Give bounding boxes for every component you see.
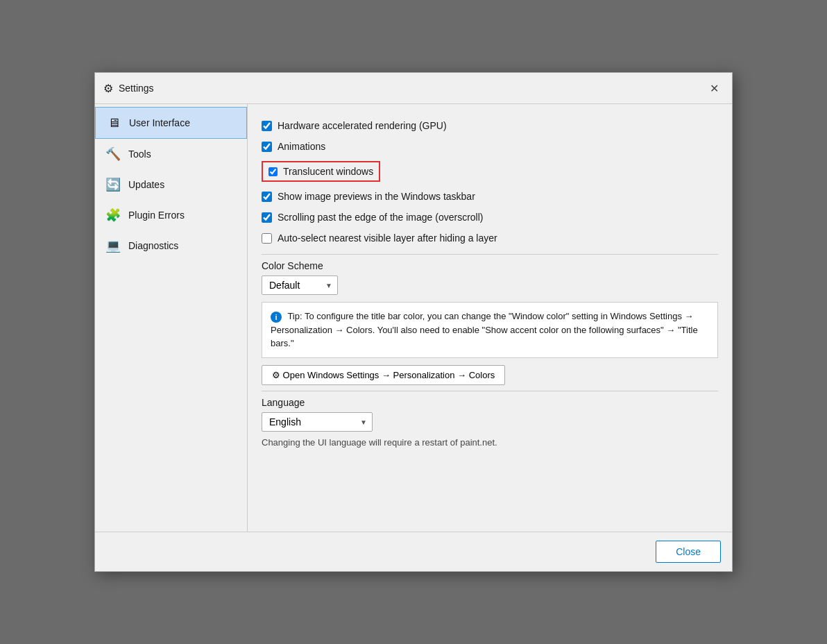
info-icon: i <box>271 312 282 323</box>
dialog-body: 🖥 User Interface 🔨 Tools 🔄 Updates 🧩 Plu… <box>95 104 732 532</box>
sidebar-label-user-interface: User Interface <box>129 117 190 128</box>
user-interface-icon: 🖥 <box>105 115 122 131</box>
dialog-title: Settings <box>119 83 154 94</box>
animations-row: Animations <box>262 136 718 157</box>
dialog-footer: Close <box>95 532 732 571</box>
color-scheme-dropdown-container: Default Light Dark ▼ <box>262 276 338 295</box>
hw-accel-row: Hardware accelerated rendering (GPU) <box>262 115 718 136</box>
sidebar-item-user-interface[interactable]: 🖥 User Interface <box>95 107 247 139</box>
sidebar-item-tools[interactable]: 🔨 Tools <box>95 139 247 169</box>
window-close-button[interactable]: ✕ <box>704 78 724 98</box>
tip-box: i Tip: To configure the title bar color,… <box>262 302 718 358</box>
translucent-windows-highlighted: Translucent windows <box>262 161 380 182</box>
show-previews-row: Show image previews in the Windows taskb… <box>262 186 718 207</box>
language-restart-note: Changing the UI language will require a … <box>262 437 718 448</box>
settings-dialog: ⚙ Settings ✕ 🖥 User Interface 🔨 Tools 🔄 … <box>94 72 733 572</box>
title-bar: ⚙ Settings ✕ <box>95 73 732 104</box>
auto-select-label: Auto-select nearest visible layer after … <box>278 232 497 244</box>
plugin-errors-icon: 🧩 <box>105 207 121 223</box>
language-dropdown[interactable]: English Deutsch Español Français 日本語 中文 <box>262 412 373 432</box>
overscroll-row: Scrolling past the edge of the image (ov… <box>262 207 718 228</box>
language-dropdown-container: English Deutsch Español Français 日本語 中文 … <box>262 412 373 432</box>
sidebar-item-updates[interactable]: 🔄 Updates <box>95 169 247 200</box>
language-label: Language <box>262 397 718 408</box>
content-area: Hardware accelerated rendering (GPU) Ani… <box>248 104 732 532</box>
sidebar-label-tools: Tools <box>128 149 151 160</box>
overscroll-label: Scrolling past the edge of the image (ov… <box>278 212 483 223</box>
tools-icon: 🔨 <box>105 146 121 162</box>
open-windows-settings-button[interactable]: ⚙ Open Windows Settings → Personalizatio… <box>262 365 505 385</box>
hw-accel-label: Hardware accelerated rendering (GPU) <box>278 120 447 131</box>
tip-text: Tip: To configure the title bar color, y… <box>271 311 698 348</box>
title-bar-left: ⚙ Settings <box>103 82 154 95</box>
close-dialog-button[interactable]: Close <box>656 541 721 563</box>
animations-label: Animations <box>278 141 325 152</box>
divider-2 <box>262 391 718 391</box>
auto-select-row: Auto-select nearest visible layer after … <box>262 228 718 248</box>
show-previews-checkbox[interactable] <box>262 192 272 202</box>
auto-select-checkbox[interactable] <box>262 233 272 244</box>
animations-checkbox[interactable] <box>262 142 272 152</box>
updates-icon: 🔄 <box>105 176 121 193</box>
sidebar-label-plugin-errors: Plugin Errors <box>128 210 185 221</box>
sidebar: 🖥 User Interface 🔨 Tools 🔄 Updates 🧩 Plu… <box>95 104 248 532</box>
translucent-windows-label: Translucent windows <box>283 166 373 177</box>
sidebar-label-updates: Updates <box>128 179 164 190</box>
overscroll-checkbox[interactable] <box>262 212 272 223</box>
settings-title-icon: ⚙ <box>103 82 113 95</box>
color-scheme-dropdown[interactable]: Default Light Dark <box>262 276 338 295</box>
sidebar-label-diagnostics: Diagnostics <box>128 240 178 251</box>
sidebar-item-plugin-errors[interactable]: 🧩 Plugin Errors <box>95 200 247 230</box>
diagnostics-icon: 💻 <box>105 237 121 254</box>
hw-accel-checkbox[interactable] <box>262 121 272 131</box>
divider-1 <box>262 254 718 255</box>
sidebar-item-diagnostics[interactable]: 💻 Diagnostics <box>95 230 247 261</box>
show-previews-label: Show image previews in the Windows taskb… <box>278 191 475 202</box>
color-scheme-label: Color Scheme <box>262 260 718 271</box>
translucent-windows-container: Translucent windows <box>262 157 718 186</box>
translucent-windows-checkbox[interactable] <box>268 167 278 176</box>
